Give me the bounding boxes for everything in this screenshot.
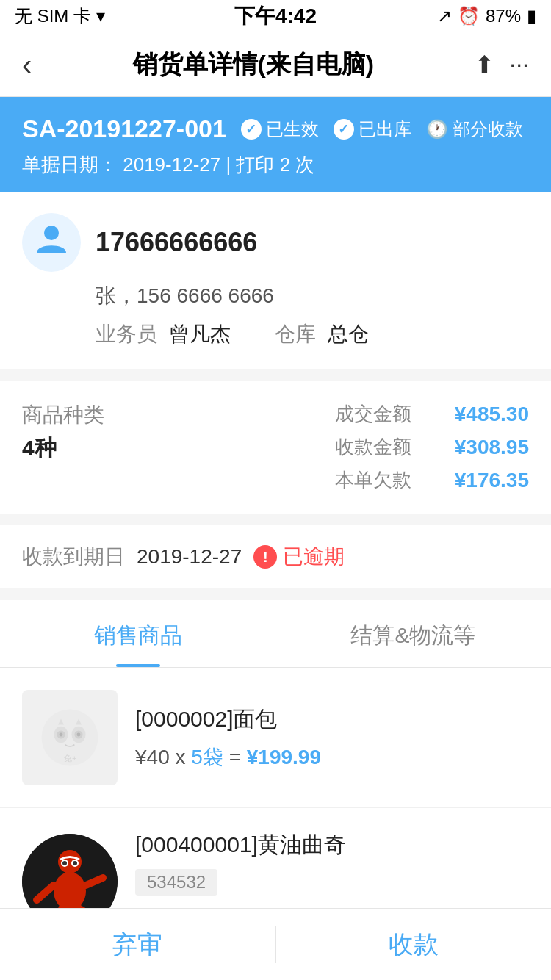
check-icon-1: ✓ <box>241 119 262 140</box>
product-qty-1: 5袋 <box>191 746 223 768</box>
date-label: 单据日期： <box>22 154 118 176</box>
status-time: 下午4:42 <box>234 2 317 30</box>
nav-left: ‹ <box>22 50 32 79</box>
product-info-1: [0000002]面包 ¥40 x 5袋 = ¥199.99 <box>135 705 529 771</box>
receipt-amount-value: ¥308.95 <box>433 436 529 459</box>
payment-button[interactable]: 收款 <box>276 910 552 979</box>
badge-effective-label: 已生效 <box>266 118 319 141</box>
print-info: | 打印 2 次 <box>226 154 314 176</box>
banner-row1: SA-20191227-001 ✓ 已生效 ✓ 已出库 🕐 部分收款 <box>22 115 529 143</box>
location-icon: ↗ <box>437 6 452 26</box>
customer-name-row: 17666666666 <box>22 213 529 272</box>
back-button[interactable]: ‹ <box>22 50 32 79</box>
debt-row: 本单欠款 ¥176.35 <box>335 467 529 493</box>
warehouse-label-text: 仓库 <box>275 323 316 345</box>
stats-left: 商品种类 4种 <box>22 401 104 464</box>
battery-level: 87% <box>486 6 521 26</box>
due-date-section: 收款到期日 2019-12-27 ! 已逾期 <box>0 525 551 588</box>
product-type-label: 商品种类 <box>22 401 104 429</box>
order-id: SA-20191227-001 <box>22 115 226 143</box>
tab-sales-products-label: 销售商品 <box>94 623 182 647</box>
customer-contact: 张，156 6666 6666 <box>22 282 529 310</box>
svg-point-7 <box>77 733 81 737</box>
badge-shipped-label: 已出库 <box>359 118 411 141</box>
svg-point-6 <box>60 733 63 737</box>
due-date-label: 收款到期日 <box>22 543 125 571</box>
battery-icon: ▮ <box>527 6 536 26</box>
order-header-banner: SA-20191227-001 ✓ 已生效 ✓ 已出库 🕐 部分收款 单据日期：… <box>0 97 551 192</box>
product-thumbnail-1: 兔+ <box>22 690 118 785</box>
deal-amount-label: 成交金额 <box>335 401 411 427</box>
debt-label: 本单欠款 <box>335 467 411 493</box>
page-title: 销货单详情(来自电脑) <box>133 48 375 82</box>
customer-meta: 业务员 曾凡杰 仓库 总仓 <box>22 320 529 348</box>
tab-sales-products[interactable]: 销售商品 <box>0 600 276 667</box>
deal-amount-row: 成交金额 ¥485.30 <box>335 401 529 427</box>
clock-icon: 🕐 <box>426 119 448 140</box>
svg-point-0 <box>44 226 59 240</box>
sales-label: 业务员 曾凡杰 <box>96 320 231 348</box>
product-name-2: [000400001]黄油曲奇 <box>135 830 529 860</box>
overdue-icon: ! <box>253 545 277 569</box>
product-base-price-1: ¥40 <box>135 746 170 768</box>
banner-row2: 单据日期： 2019-12-27 | 打印 2 次 <box>22 152 529 178</box>
due-date-value: 2019-12-27 <box>137 545 242 569</box>
alarm-icon: ⏰ <box>458 6 480 26</box>
product-sku-2: 534532 <box>135 869 217 896</box>
svg-point-18 <box>62 861 67 865</box>
customer-name: 17666666666 <box>96 227 257 258</box>
product-name-1: [0000002]面包 <box>135 705 529 735</box>
status-left: 无 SIM 卡 ▾ <box>15 4 105 28</box>
badge-shipped: ✓ 已出库 <box>334 118 411 141</box>
receipt-amount-label: 收款金额 <box>335 434 411 460</box>
svg-text:兔+: 兔+ <box>64 754 77 763</box>
tab-settlement-logistics-label: 结算&物流等 <box>350 623 475 647</box>
share-icon[interactable]: ⬆ <box>475 51 494 79</box>
tab-settlement-logistics[interactable]: 结算&物流等 <box>276 600 551 667</box>
avatar-icon <box>33 220 70 265</box>
badge-partial-payment: 🕐 部分收款 <box>426 118 523 141</box>
product-type-value: 4种 <box>22 433 104 464</box>
svg-point-19 <box>73 861 77 865</box>
warehouse-value: 总仓 <box>328 323 369 345</box>
warehouse-group: 仓库 总仓 <box>275 320 369 348</box>
deal-amount-value: ¥485.30 <box>433 403 529 426</box>
debt-value: ¥176.35 <box>433 469 529 492</box>
nav-bar: ‹ 销货单详情(来自电脑) ⬆ ··· <box>0 32 551 97</box>
sales-value: 曾凡杰 <box>169 323 231 345</box>
badge-effective: ✓ 已生效 <box>241 118 319 141</box>
tabs-header: 销售商品 结算&物流等 <box>0 600 551 668</box>
status-bar: 无 SIM 卡 ▾ 下午4:42 ↗ ⏰ 87% ▮ <box>0 0 551 32</box>
product-item: 兔+ [0000002]面包 ¥40 x 5袋 = ¥199.99 <box>0 668 551 808</box>
overdue-badge: ! 已逾期 <box>253 543 345 571</box>
badge-partial-label: 部分收款 <box>453 118 523 141</box>
overdue-text: 已逾期 <box>283 543 345 571</box>
receipt-amount-row: 收款金额 ¥308.95 <box>335 434 529 460</box>
check-icon-2: ✓ <box>334 119 354 140</box>
svg-point-11 <box>54 872 86 910</box>
tabs-section: 销售商品 结算&物流等 兔+ <box>0 600 551 955</box>
order-date: 2019-12-27 <box>123 154 220 176</box>
product-multiply-1: x <box>176 746 192 768</box>
product-total-1: ¥199.99 <box>247 746 321 768</box>
sim-status: 无 SIM 卡 ▾ <box>15 4 105 28</box>
product-price-1: ¥40 x 5袋 = ¥199.99 <box>135 743 529 771</box>
avatar <box>22 213 81 272</box>
stats-section: 商品种类 4种 成交金额 ¥485.30 收款金额 ¥308.95 本单欠款 ¥… <box>0 381 551 514</box>
nav-right: ⬆ ··· <box>475 51 529 79</box>
more-icon[interactable]: ··· <box>509 51 529 78</box>
stats-right: 成交金额 ¥485.30 收款金额 ¥308.95 本单欠款 ¥176.35 <box>335 401 529 493</box>
status-right: ↗ ⏰ 87% ▮ <box>437 6 536 26</box>
customer-section: 17666666666 张，156 6666 6666 业务员 曾凡杰 仓库 总… <box>0 192 551 369</box>
bottom-bar: 弃审 收款 <box>0 908 551 980</box>
cancel-review-button[interactable]: 弃审 <box>0 910 276 979</box>
sales-label-text: 业务员 <box>96 323 157 345</box>
product-equals-1: = <box>229 746 247 768</box>
